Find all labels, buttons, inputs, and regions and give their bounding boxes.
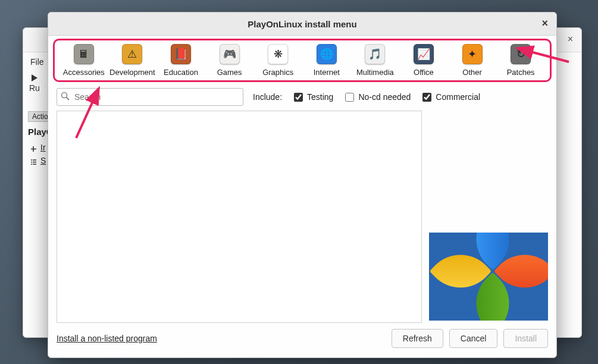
dialog-title: PlayOnLinux install menu <box>248 19 356 29</box>
internet-icon: 🌐 <box>317 44 337 64</box>
include-nocd[interactable]: No-cd needed <box>343 91 411 103</box>
multimedia-icon: 🎵 <box>365 44 385 64</box>
refresh-button[interactable]: Refresh <box>392 329 443 348</box>
include-option-label: No-cd needed <box>358 92 411 102</box>
games-icon: 🎮 <box>220 44 240 64</box>
category-education[interactable]: 📕Education <box>156 44 205 77</box>
category-label: Games <box>217 68 242 77</box>
dialog-titlebar: PlayOnLinux install menu × <box>48 12 556 36</box>
category-label: Other <box>462 68 482 77</box>
install-dialog: PlayOnLinux install menu × 🖩Accessories⚠… <box>48 12 557 358</box>
install-button[interactable]: Install <box>503 329 548 348</box>
search-icon <box>61 92 70 102</box>
nocd-checkbox[interactable] <box>345 93 354 102</box>
play-icon <box>32 74 37 81</box>
main-content <box>48 108 556 323</box>
commercial-checkbox[interactable] <box>422 93 431 102</box>
include-label: Include: <box>253 92 282 102</box>
svg-point-0 <box>62 93 67 98</box>
close-icon[interactable]: × <box>568 34 573 45</box>
search-input[interactable] <box>57 88 243 106</box>
category-label: Office <box>414 68 434 77</box>
development-icon: ⚠ <box>122 44 142 64</box>
category-internet[interactable]: 🌐Internet <box>302 44 351 77</box>
plus-icon <box>30 145 37 151</box>
education-icon: 📕 <box>171 44 191 64</box>
category-development[interactable]: ⚠Development <box>108 44 157 77</box>
run-button-fragment[interactable]: Ru <box>29 83 40 93</box>
search-field[interactable] <box>73 92 239 102</box>
category-label: Multimedia <box>356 68 394 77</box>
category-label: Patches <box>507 68 535 77</box>
category-label: Internet <box>314 68 340 77</box>
svg-line-1 <box>67 98 70 101</box>
preview-column <box>429 111 548 323</box>
category-label: Accessories <box>63 68 105 77</box>
close-icon[interactable]: × <box>541 17 548 30</box>
install-nonlisted-link[interactable]: Install a non-listed program <box>57 334 157 343</box>
sidebar-settings-link[interactable]: S <box>40 156 46 165</box>
category-label: Development <box>109 68 155 77</box>
cancel-button[interactable]: Cancel <box>449 329 498 348</box>
graphics-icon: ❋ <box>268 44 288 64</box>
menu-file[interactable]: File <box>30 57 44 67</box>
category-office[interactable]: 📈Office <box>399 44 448 77</box>
category-graphics[interactable]: ❋Graphics <box>253 44 302 77</box>
category-accessories[interactable]: 🖩Accessories <box>60 44 108 77</box>
office-icon: 📈 <box>414 44 434 64</box>
category-label: Education <box>164 68 198 77</box>
category-label: Graphics <box>262 68 293 77</box>
results-list[interactable] <box>57 111 422 323</box>
accessories-icon: 🖩 <box>74 44 94 64</box>
dialog-footer: Install a non-listed program Refresh Can… <box>48 323 556 357</box>
category-games[interactable]: 🎮Games <box>205 44 254 77</box>
sidebar-install-link[interactable]: Ir <box>40 143 46 152</box>
testing-checkbox[interactable] <box>294 93 303 102</box>
category-other[interactable]: ✦Other <box>448 44 497 77</box>
category-bar: 🖩Accessories⚠Development📕Education🎮Games… <box>53 39 552 82</box>
other-icon: ✦ <box>462 44 483 64</box>
include-option-label: Testing <box>307 92 333 102</box>
filter-row: Include: TestingNo-cd neededCommercial <box>48 82 556 108</box>
include-commercial[interactable]: Commercial <box>420 91 480 103</box>
include-testing[interactable]: Testing <box>292 91 333 103</box>
category-multimedia[interactable]: 🎵Multimedia <box>351 44 400 77</box>
include-option-label: Commercial <box>436 92 480 102</box>
list-icon <box>30 158 37 164</box>
patches-icon: ↻ <box>511 44 531 64</box>
category-patches[interactable]: ↻Patches <box>496 44 545 77</box>
preview-image <box>429 233 548 321</box>
